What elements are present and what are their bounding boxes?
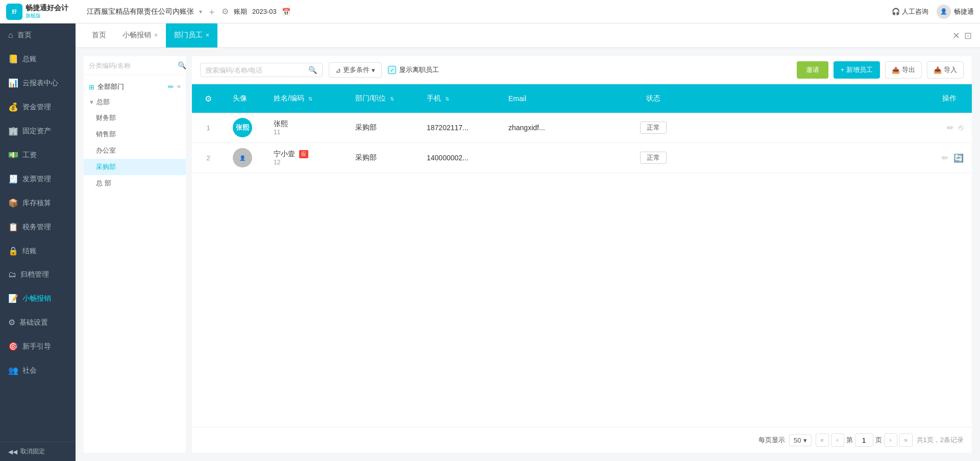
- row-num: 2: [192, 143, 225, 173]
- dept-item-finance[interactable]: 财务部: [84, 110, 186, 126]
- sidebar-item-funds[interactable]: 💰 资金管理: [0, 95, 76, 119]
- col-phone[interactable]: 手机 ⇅: [419, 84, 500, 113]
- sidebar-item-expense[interactable]: 📝 小畅报销: [0, 286, 76, 310]
- filter-dropdown-icon: ▾: [372, 66, 375, 74]
- avatar: 👤: [233, 148, 252, 167]
- dept-search-input[interactable]: [89, 62, 175, 69]
- tab-employee[interactable]: 部门员工 ×: [166, 23, 217, 47]
- dept-section-general[interactable]: ▼ 总部: [84, 94, 186, 110]
- all-dept-header[interactable]: ⊞ 全部部门 ✏ «: [84, 79, 186, 94]
- col-actions: 操作: [704, 84, 972, 113]
- sidebar-item-salary[interactable]: 💵 工资: [0, 143, 76, 167]
- edit-icon[interactable]: ✏: [947, 123, 953, 133]
- tab-expense-close[interactable]: ×: [154, 32, 158, 39]
- filter-button[interactable]: ⊿ 更多条件 ▾: [329, 62, 382, 78]
- prev-page-button[interactable]: ‹: [831, 433, 844, 447]
- table-settings-icon[interactable]: ⚙: [200, 90, 216, 107]
- import-button[interactable]: 📥 导入: [927, 61, 964, 79]
- employees-list: ⚙ 头像 姓名/编码 ⇅ 部门/职位 ⇅: [192, 84, 972, 173]
- grid-icon: ⊞: [89, 83, 94, 91]
- dept-collapse-icon[interactable]: «: [177, 83, 181, 91]
- add-company-button[interactable]: ＋: [207, 6, 216, 18]
- row-status-cell: 正常: [602, 143, 704, 173]
- top-bar: 好 畅捷通好会计 旗舰版 江西服宝精品有限责任公司内账张 ▾ ＋ ⚙ 账期 20…: [0, 0, 980, 23]
- row-avatar-cell: 👤: [225, 143, 265, 173]
- tab-employee-close[interactable]: ×: [206, 32, 209, 39]
- period-label: 账期: [234, 7, 247, 16]
- row-dept-cell: 采购部: [347, 113, 419, 143]
- sidebar-item-ledger[interactable]: 📒 总账: [0, 47, 76, 71]
- page-input[interactable]: [855, 433, 873, 447]
- avatar: 张熙: [233, 118, 252, 137]
- dept-item-purchasing[interactable]: 采购部: [84, 159, 186, 175]
- delete-icon[interactable]: 🔄: [953, 153, 964, 163]
- add-employee-button[interactable]: + 新增员工: [834, 61, 880, 79]
- dept-item-office[interactable]: 办公室: [84, 142, 186, 159]
- row-dept-cell: 采购部: [347, 143, 419, 173]
- employee-code: 12: [274, 159, 339, 166]
- user-name: 畅捷通: [954, 7, 974, 16]
- sidebar-item-reports[interactable]: 📊 云报表中心: [0, 71, 76, 95]
- company-dropdown-icon[interactable]: ▾: [199, 8, 202, 15]
- main-layout: ⌂ 首页 📒 总账 📊 云报表中心 💰 资金管理 🏢 固定资产 💵 工资 🧾 发…: [0, 23, 980, 461]
- sidebar-item-home[interactable]: ⌂ 首页: [0, 23, 76, 47]
- phone-sort-icon: ⇅: [445, 96, 449, 102]
- tab-bar: 首页 小畅报销 × 部门员工 × ✕ ⊡: [76, 23, 980, 48]
- tab-home[interactable]: 首页: [84, 23, 114, 47]
- content-area: 首页 小畅报销 × 部门员工 × ✕ ⊡ 🔍: [76, 23, 980, 461]
- page-size-select[interactable]: 50 ▾: [789, 434, 811, 446]
- row-email-cell: [500, 143, 602, 173]
- inventory-icon: 📦: [8, 198, 18, 208]
- user-area[interactable]: 👤 畅捷通: [937, 5, 974, 19]
- employee-name: 宁小壹 应: [274, 150, 339, 159]
- unpin-button[interactable]: ◀◀ 取消固定: [0, 442, 76, 461]
- first-page-button[interactable]: «: [816, 433, 829, 447]
- support-button[interactable]: 🎧 人工咨询: [892, 7, 928, 16]
- import-icon: 📥: [934, 66, 942, 74]
- pagination: 每页显示 50 ▾ « ‹ 第 页 › » 共1页，2条记录: [192, 427, 972, 453]
- dept-item-hq[interactable]: 总 部: [84, 175, 186, 191]
- col-email: Email: [500, 84, 602, 113]
- invite-button[interactable]: 邀请: [797, 61, 828, 79]
- employee-search-input[interactable]: [206, 66, 305, 74]
- window-maximize-button[interactable]: ⊡: [964, 30, 972, 41]
- last-page-button[interactable]: »: [899, 433, 913, 447]
- company-selector[interactable]: 江西服宝精品有限责任公司内账张: [87, 7, 194, 16]
- per-page-dropdown-icon: ▾: [803, 436, 807, 444]
- status-badge: 正常: [640, 152, 667, 164]
- page-label: 第: [846, 435, 853, 445]
- sidebar-item-assets[interactable]: 🏢 固定资产: [0, 119, 76, 143]
- ledger-icon: 📒: [8, 54, 18, 64]
- headset-icon: 🎧: [892, 8, 900, 15]
- dept-edit-icon[interactable]: ✏: [168, 83, 174, 91]
- sidebar-item-settings[interactable]: ⚙ 基础设置: [0, 310, 76, 334]
- sidebar-item-invoice[interactable]: 🧾 发票管理: [0, 167, 76, 191]
- sidebar-item-inventory[interactable]: 📦 库存核算: [0, 191, 76, 215]
- employee-name: 张熙: [274, 119, 339, 129]
- row-phone-cell: 187202117...: [419, 113, 500, 143]
- col-status: 状态: [602, 84, 704, 113]
- action-icons: ✏ ⎋: [713, 123, 964, 133]
- pin-icon: ◀◀: [8, 448, 17, 455]
- window-close-button[interactable]: ✕: [952, 30, 960, 41]
- export-button[interactable]: 📤 导出: [885, 61, 922, 79]
- dept-search-icon[interactable]: 🔍: [178, 61, 186, 69]
- col-name[interactable]: 姓名/编码 ⇅: [265, 84, 347, 113]
- col-dept[interactable]: 部门/职位 ⇅: [347, 84, 419, 113]
- calendar-icon[interactable]: 📅: [282, 8, 290, 16]
- sidebar-item-archive[interactable]: 🗂 归档管理: [0, 263, 76, 286]
- sidebar-item-close[interactable]: 🔒 结账: [0, 239, 76, 263]
- show-inactive-checkbox[interactable]: ✓: [388, 66, 396, 74]
- settings-button[interactable]: ⚙: [222, 7, 229, 16]
- tab-expense[interactable]: 小畅报销 ×: [114, 23, 166, 47]
- search-icon[interactable]: 🔍: [308, 66, 317, 74]
- top-bar-right: 🎧 人工咨询 👤 畅捷通: [892, 5, 974, 19]
- dept-item-sales[interactable]: 销售部: [84, 126, 186, 142]
- sidebar-item-guide[interactable]: 🎯 新手引导: [0, 334, 76, 358]
- next-page-button[interactable]: ›: [884, 433, 897, 447]
- sidebar-item-more[interactable]: 👥 社会: [0, 358, 76, 382]
- edit-icon[interactable]: ✏: [942, 153, 948, 163]
- sidebar-item-tax[interactable]: 📋 税务管理: [0, 215, 76, 239]
- filter-icon: ⊿: [335, 66, 341, 74]
- logout-icon[interactable]: ⎋: [959, 123, 964, 133]
